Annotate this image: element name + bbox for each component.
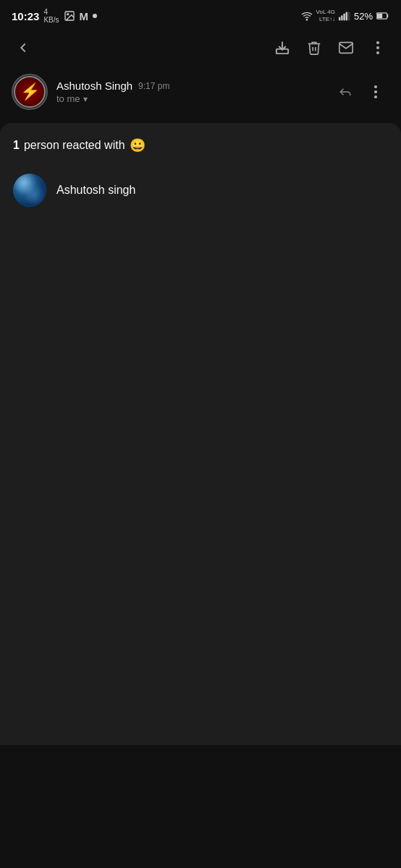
email-time: 9:17 pm	[138, 81, 169, 91]
reaction-header: 1 person reacted with 😀	[13, 137, 388, 153]
email-more-button[interactable]	[362, 78, 389, 106]
reaction-count: 1	[13, 139, 20, 152]
svg-rect-4	[341, 15, 342, 20]
svg-rect-3	[339, 17, 340, 21]
content-panel: 1 person reacted with 😀 Ashutosh singh	[0, 123, 401, 745]
signal-bars-icon	[339, 11, 350, 21]
reaction-label: person reacted with	[24, 139, 125, 152]
app-toolbar	[0, 29, 401, 67]
email-header: ⚡ Ashutosh Singh 9:17 pm to me ▾	[0, 67, 401, 117]
network-speed-icon: 4 KB/s	[43, 8, 59, 24]
battery-text: 52%	[354, 11, 373, 22]
download-button[interactable]	[268, 33, 297, 62]
svg-point-2	[306, 20, 307, 20]
svg-rect-9	[377, 14, 382, 19]
mail-button[interactable]	[332, 33, 360, 62]
toolbar-actions	[268, 33, 392, 62]
delete-button[interactable]	[300, 33, 329, 62]
svg-rect-7	[348, 12, 350, 20]
reactor-name: Ashutosh singh	[56, 184, 135, 197]
email-actions	[332, 78, 389, 106]
wifi-icon	[301, 10, 313, 22]
recipient-line[interactable]: to me ▾	[56, 93, 323, 104]
battery-icon	[376, 12, 389, 20]
email-meta: Ashutosh Singh 9:17 pm to me ▾	[56, 80, 323, 104]
flash-bolt-icon: ⚡	[20, 84, 40, 100]
sender-avatar: ⚡	[12, 74, 48, 110]
svg-rect-5	[343, 14, 345, 21]
chevron-down-icon: ▾	[83, 94, 88, 104]
sender-line: Ashutosh Singh 9:17 pm	[56, 80, 323, 92]
svg-rect-6	[346, 12, 347, 20]
status-right: VoL 4G LTE↑↓ 52%	[301, 9, 389, 22]
status-left: 10:23 4 KB/s M	[12, 8, 97, 24]
status-bar: 10:23 4 KB/s M VoL 4G LTE↑↓	[0, 0, 401, 29]
back-button[interactable]	[9, 33, 38, 62]
flash-logo: ⚡	[14, 76, 46, 108]
vertical-dots-icon	[373, 38, 382, 57]
gallery-icon	[64, 10, 75, 22]
reaction-emoji: 😀	[130, 137, 145, 153]
recipient-text: to me	[56, 93, 80, 104]
svg-point-1	[67, 14, 68, 15]
notification-dot	[93, 14, 97, 18]
sender-name: Ashutosh Singh	[56, 80, 132, 92]
reactor-item: Ashutosh singh	[13, 169, 388, 211]
reply-button[interactable]	[332, 78, 359, 106]
status-time: 10:23	[12, 10, 39, 22]
more-options-button[interactable]	[363, 33, 392, 62]
signal-info: VoL 4G LTE↑↓	[316, 9, 335, 22]
vertical-dots-icon-2	[371, 82, 380, 101]
reactor-avatar	[13, 174, 46, 207]
m-icon: M	[80, 10, 89, 22]
reactor-avatar-image	[13, 174, 46, 207]
